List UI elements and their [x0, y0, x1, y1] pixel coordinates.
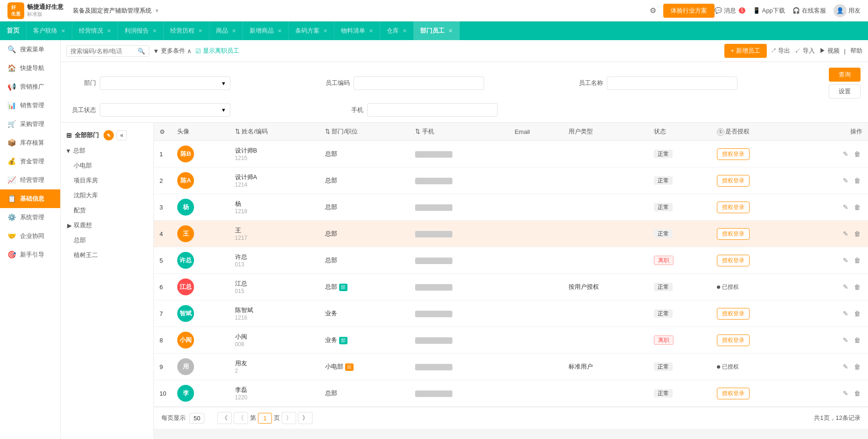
tab-profit[interactable]: 利润报告 ✕ — [118, 21, 164, 40]
close-icon[interactable]: ✕ — [448, 28, 452, 34]
tab-bom[interactable]: 物料清单 ✕ — [334, 21, 380, 40]
user-menu[interactable]: 👤 用友 — [833, 4, 861, 17]
tree-item-shuanglu[interactable]: ▶ 双鹿想 — [61, 218, 153, 233]
more-filter-btn[interactable]: ▼ 更多条件 ∧ — [153, 47, 192, 55]
emp-code-input[interactable] — [354, 77, 484, 90]
sidebar-item-inventory[interactable]: 📦 库存核算 — [0, 133, 60, 152]
tree-all-dept[interactable]: ⊞ 全部部门 ✎ « — [61, 127, 153, 143]
last-page-btn[interactable]: 》 — [298, 412, 312, 424]
tree-item-zhishu[interactable]: 植树王二 — [61, 248, 153, 263]
app-download-btn[interactable]: 📱 App下载 — [753, 7, 785, 15]
tree-item-peihuo[interactable]: 配货 — [61, 203, 153, 218]
edit-btn[interactable]: ✎ — [841, 176, 850, 185]
help-text[interactable]: 帮助 — [850, 47, 862, 55]
sidebar-item-collab[interactable]: 🤝 企业协同 — [0, 227, 60, 245]
delete-btn[interactable]: 🗑 — [852, 309, 862, 318]
emp-name-input[interactable] — [607, 77, 737, 90]
tab-customer[interactable]: 客户联络 ✕ — [27, 21, 72, 40]
first-page-btn[interactable]: 《 — [217, 412, 232, 424]
auth-btn[interactable]: 授权登录 — [717, 148, 750, 160]
delete-btn[interactable]: 🗑 — [852, 176, 862, 185]
auth-btn[interactable]: 授权登录 — [717, 175, 750, 187]
edit-btn[interactable]: ✎ — [841, 282, 850, 292]
auth-btn[interactable]: 授权登录 — [717, 202, 750, 213]
delete-btn[interactable]: 🗑 — [852, 389, 862, 398]
auth-btn[interactable]: 授权登录 — [717, 228, 750, 240]
th-dept[interactable]: ⇅ 部门/职位 — [319, 123, 410, 141]
delete-btn[interactable]: 🗑 — [852, 362, 862, 371]
tree-item-xiaodianzbu[interactable]: 小电部 — [61, 158, 153, 173]
tree-item-xiangmu[interactable]: 项目库房 — [61, 173, 153, 188]
phone-input[interactable] — [367, 103, 498, 117]
page-size-value[interactable]: 50 — [189, 413, 204, 424]
status-select[interactable]: ▾ — [100, 103, 230, 117]
sidebar-item-system[interactable]: ⚙️ 系统管理 — [0, 208, 60, 227]
dept-select[interactable]: ▾ — [100, 77, 230, 90]
sidebar-item-marketing[interactable]: 📢 营销推广 — [0, 77, 60, 96]
delete-btn[interactable]: 🗑 — [852, 202, 862, 212]
sidebar-item-purchase[interactable]: 🛒 采购管理 — [0, 115, 60, 133]
th-phone[interactable]: ⇅ 手机 — [410, 123, 509, 141]
export-btn[interactable]: ↗ 导出 — [771, 47, 791, 55]
import-btn[interactable]: ↙ 导入 — [795, 47, 815, 55]
close-icon[interactable]: ✕ — [61, 28, 65, 34]
edit-btn[interactable]: ✎ — [841, 202, 850, 212]
next-page-btn[interactable]: 〉 — [282, 412, 296, 424]
edit-btn[interactable]: ✎ — [841, 335, 850, 345]
edit-btn[interactable]: ✎ — [841, 309, 850, 318]
delete-btn[interactable]: 🗑 — [852, 282, 862, 292]
edit-btn[interactable]: ✎ — [841, 362, 850, 371]
close-icon[interactable]: ✕ — [403, 28, 407, 34]
tab-new-goods[interactable]: 新增商品 ✕ — [243, 21, 289, 40]
sidebar-item-nav[interactable]: 🏠 快捷导航 — [0, 59, 60, 77]
delete-btn[interactable]: 🗑 — [852, 229, 862, 238]
edit-btn[interactable]: ✎ — [841, 389, 850, 398]
auth-btn[interactable]: 授权登录 — [717, 334, 750, 346]
th-name[interactable]: ⇅ 姓名/编码 — [229, 123, 319, 141]
tab-operation[interactable]: 经营情况 ✕ — [72, 21, 118, 40]
tree-edit-circle[interactable]: ✎ — [104, 130, 114, 140]
search-box[interactable]: 🔍 — [66, 45, 149, 57]
add-employee-button[interactable]: + 新增员工 — [724, 44, 767, 58]
tree-item-zongbu[interactable]: ▼ 总部 — [61, 143, 153, 158]
auth-btn[interactable]: 授权登录 — [717, 308, 750, 320]
reset-button[interactable]: 设置 — [829, 84, 861, 98]
close-icon[interactable]: ✕ — [278, 28, 282, 34]
edit-btn[interactable]: ✎ — [841, 229, 850, 238]
query-button[interactable]: 查询 — [829, 68, 861, 82]
tab-warehouse[interactable]: 仓库 ✕ — [380, 21, 414, 40]
dropdown-arrow-icon[interactable]: ▼ — [154, 8, 160, 14]
show-resigned-toggle[interactable]: ☑ 显示离职员工 — [195, 47, 239, 55]
delete-btn[interactable]: 🗑 — [852, 256, 862, 265]
sidebar-item-guide[interactable]: 🎯 新手引导 — [0, 245, 60, 264]
tab-barcode[interactable]: 条码方案 ✕ — [289, 21, 334, 40]
close-icon[interactable]: ✕ — [198, 28, 202, 34]
sidebar-item-sales[interactable]: 📊 销售管理 — [0, 96, 60, 115]
sidebar-item-basic[interactable]: 📋 基础信息 — [0, 189, 60, 208]
support-btn[interactable]: 🎧 在线客服 — [792, 7, 826, 15]
tree-item-shenyang[interactable]: 沈阳大库 — [61, 188, 153, 203]
sidebar-item-search[interactable]: 🔍 搜索菜单 — [0, 40, 60, 59]
edit-btn[interactable]: ✎ — [841, 256, 850, 265]
tab-history[interactable]: 经营历程 ✕ — [164, 21, 209, 40]
close-icon[interactable]: ✕ — [153, 28, 157, 34]
tab-employees[interactable]: 部门员工 ✕ — [414, 21, 459, 40]
close-icon[interactable]: ✕ — [232, 28, 236, 34]
tab-home[interactable]: 首页 — [0, 21, 27, 40]
prev-page-btn[interactable]: 〈 — [234, 412, 248, 424]
edit-btn[interactable]: ✎ — [841, 149, 850, 159]
delete-btn[interactable]: 🗑 — [852, 149, 862, 159]
auth-btn[interactable]: 授权登录 — [717, 388, 750, 399]
current-page[interactable]: 1 — [258, 413, 271, 424]
delete-btn[interactable]: 🗑 — [852, 335, 862, 345]
help-btn[interactable]: | — [844, 48, 846, 55]
tree-collapse-btn[interactable]: « — [117, 130, 127, 140]
gear-button[interactable]: ⚙ — [646, 4, 660, 17]
tab-goods[interactable]: 商品 ✕ — [209, 21, 243, 40]
close-icon[interactable]: ✕ — [323, 28, 327, 34]
close-icon[interactable]: ✕ — [107, 28, 111, 34]
view-btn[interactable]: ▶ 视频 — [819, 47, 840, 55]
search-input[interactable] — [70, 48, 136, 55]
trial-btn[interactable]: 体验行业方案 — [663, 4, 715, 18]
close-icon[interactable]: ✕ — [369, 28, 373, 34]
